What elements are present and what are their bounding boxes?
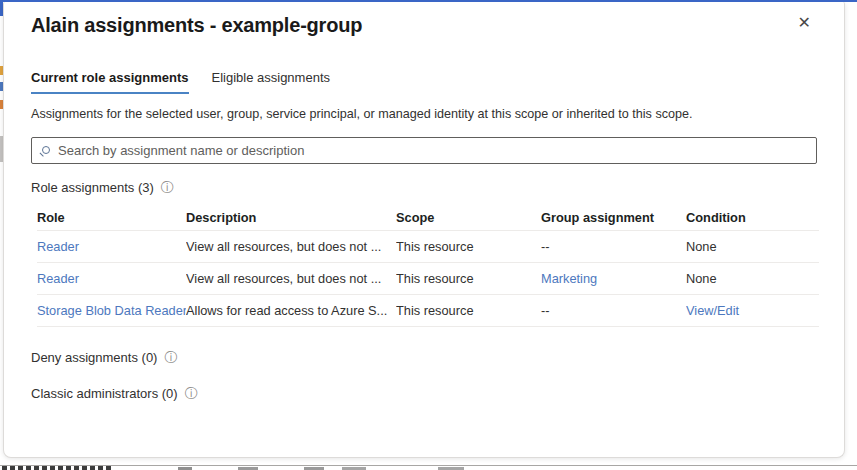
role-link[interactable]: Reader <box>37 239 186 254</box>
column-header-condition: Condition <box>686 210 819 225</box>
close-button[interactable]: ✕ <box>794 12 815 34</box>
scope-description-text: Assignments for the selected user, group… <box>31 106 817 122</box>
page-behind-top-bar <box>0 0 857 2</box>
search-input[interactable] <box>58 143 808 158</box>
role-assignments-table: Role Description Scope Group assignment … <box>37 205 819 327</box>
table-row: Reader View all resources, but does not … <box>37 231 819 263</box>
deny-assignments-label: Deny assignments (0) <box>31 350 157 365</box>
role-assignments-heading: Role assignments (3) ⓘ <box>31 180 817 195</box>
cell-group-assignment: -- <box>541 303 686 318</box>
deny-assignments-heading: Deny assignments (0) ⓘ <box>31 350 817 365</box>
cell-description: View all resources, but does not ... <box>186 271 396 286</box>
search-icon <box>40 146 50 156</box>
cell-description: Allows for read access to Azure S... <box>186 303 396 318</box>
dialog-title: Alain assignments - example-group <box>31 12 362 38</box>
page-behind-divider <box>0 465 857 466</box>
tab-current-role-assignments[interactable]: Current role assignments <box>31 70 189 94</box>
classic-administrators-heading: Classic administrators (0) ⓘ <box>31 386 817 401</box>
role-link[interactable]: Reader <box>37 271 186 286</box>
tab-bar: Current role assignments Eligible assign… <box>31 70 817 94</box>
column-header-group-assignment: Group assignment <box>541 210 686 225</box>
table-row: Storage Blob Data Reader Allows for read… <box>37 295 819 327</box>
close-icon: ✕ <box>798 14 811 31</box>
info-icon[interactable]: ⓘ <box>161 181 174 194</box>
classic-administrators-label: Classic administrators (0) <box>31 386 178 401</box>
table-header-row: Role Description Scope Group assignment … <box>37 205 819 231</box>
cell-description: View all resources, but does not ... <box>186 239 396 254</box>
group-assignment-link[interactable]: Marketing <box>541 271 686 286</box>
condition-view-edit-link[interactable]: View/Edit <box>686 303 819 318</box>
dialog-header: Alain assignments - example-group ✕ <box>31 12 817 38</box>
role-assignments-label: Role assignments (3) <box>31 180 154 195</box>
column-header-scope: Scope <box>396 210 541 225</box>
tab-eligible-assignments[interactable]: Eligible assignments <box>212 70 331 94</box>
cell-scope: This resource <box>396 303 541 318</box>
column-header-description: Description <box>186 210 396 225</box>
cell-scope: This resource <box>396 239 541 254</box>
table-row: Reader View all resources, but does not … <box>37 263 819 295</box>
cell-condition: None <box>686 239 819 254</box>
role-link[interactable]: Storage Blob Data Reader <box>37 303 186 318</box>
search-box[interactable] <box>31 137 817 164</box>
info-icon[interactable]: ⓘ <box>185 387 198 400</box>
cell-group-assignment: -- <box>541 239 686 254</box>
cell-scope: This resource <box>396 271 541 286</box>
column-header-role: Role <box>37 210 186 225</box>
info-icon[interactable]: ⓘ <box>164 351 177 364</box>
page-behind-text-fragment <box>2 466 114 470</box>
cell-condition: None <box>686 271 819 286</box>
assignments-dialog: Alain assignments - example-group ✕ Curr… <box>3 2 845 458</box>
